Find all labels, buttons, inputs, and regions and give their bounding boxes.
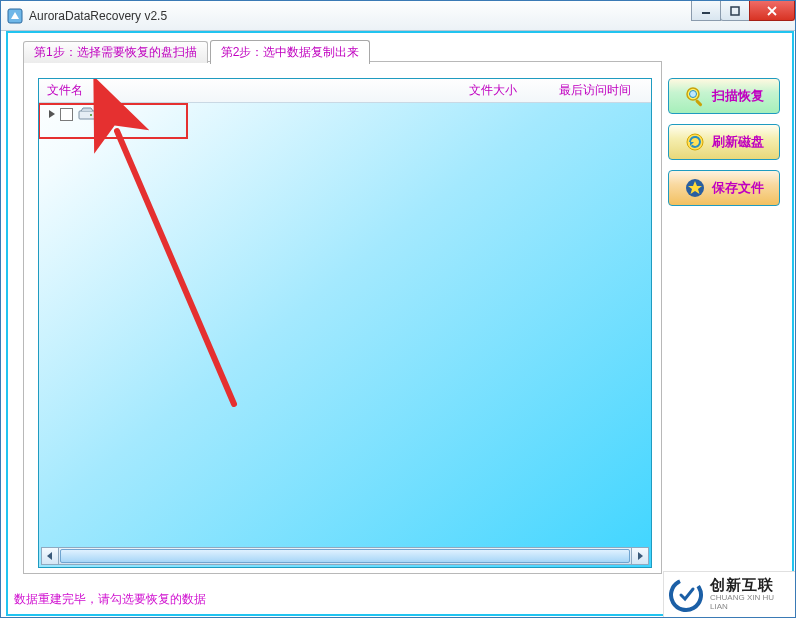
tab-step-1-label: 第1步：选择需要恢复的盘扫描 [34, 44, 197, 61]
column-last-access[interactable]: 最后访问时间 [551, 82, 651, 99]
column-filename[interactable]: 文件名 [39, 82, 461, 99]
checkbox[interactable] [60, 108, 73, 121]
status-text: 数据重建完毕，请勾选要恢复的数据 [14, 592, 206, 606]
scroll-thumb[interactable] [60, 549, 630, 563]
svg-rect-2 [731, 7, 739, 15]
save-files-button[interactable]: 保存文件 [668, 170, 780, 206]
refresh-icon [684, 131, 706, 153]
svg-rect-4 [90, 114, 92, 116]
tree-column-header: 文件名 文件大小 最后访问时间 [39, 79, 651, 103]
close-button[interactable] [749, 1, 795, 21]
scroll-right-button[interactable] [631, 547, 649, 565]
refresh-disks-button[interactable]: 刷新磁盘 [668, 124, 780, 160]
scan-recover-label: 扫描恢复 [712, 87, 764, 105]
watermark-logo: 创新互联 CHUANG XIN HU LIAN [663, 571, 795, 617]
scroll-left-button[interactable] [41, 547, 59, 565]
watermark-sub: CHUANG XIN HU LIAN [710, 594, 791, 612]
svg-point-11 [668, 577, 704, 613]
app-icon [7, 8, 23, 24]
titlebar: AuroraDataRecovery v2.5 [1, 1, 795, 31]
save-star-icon [684, 177, 706, 199]
tab-step-2[interactable]: 第2步：选中数据复制出来 [210, 40, 371, 64]
annotation-arrow [39, 79, 651, 567]
svg-line-5 [117, 131, 234, 404]
save-files-label: 保存文件 [712, 179, 764, 197]
tree-row-drive-label: H: [100, 107, 112, 121]
svg-point-7 [690, 91, 697, 98]
watermark-brand: 创新互联 [710, 577, 791, 594]
file-tree-pane: 文件名 文件大小 最后访问时间 H: [38, 78, 652, 568]
magnifier-icon [684, 85, 706, 107]
refresh-disks-label: 刷新磁盘 [712, 133, 764, 151]
window-title: AuroraDataRecovery v2.5 [29, 9, 167, 23]
svg-rect-3 [79, 111, 95, 119]
column-filesize[interactable]: 文件大小 [461, 82, 551, 99]
client-area: 第1步：选择需要恢复的盘扫描 第2步：选中数据复制出来 文件名 文件大小 最后访… [6, 31, 794, 616]
tree-row-root[interactable]: H: [39, 103, 651, 125]
horizontal-scrollbar[interactable] [41, 547, 649, 565]
tab-strip: 第1步：选择需要恢复的盘扫描 第2步：选中数据复制出来 [23, 39, 372, 63]
tab-step-2-label: 第2步：选中数据复制出来 [221, 44, 360, 61]
svg-rect-8 [695, 99, 703, 107]
tab-step-1[interactable]: 第1步：选择需要恢复的盘扫描 [23, 41, 208, 63]
svg-rect-1 [702, 12, 710, 14]
drive-icon [78, 107, 96, 121]
watermark-icon [668, 577, 704, 613]
maximize-button[interactable] [720, 1, 750, 21]
expand-triangle-icon[interactable] [49, 110, 55, 118]
minimize-button[interactable] [691, 1, 721, 21]
scroll-track[interactable] [59, 547, 631, 565]
side-button-panel: 扫描恢复 刷新磁盘 保 [668, 78, 780, 206]
scan-recover-button[interactable]: 扫描恢复 [668, 78, 780, 114]
